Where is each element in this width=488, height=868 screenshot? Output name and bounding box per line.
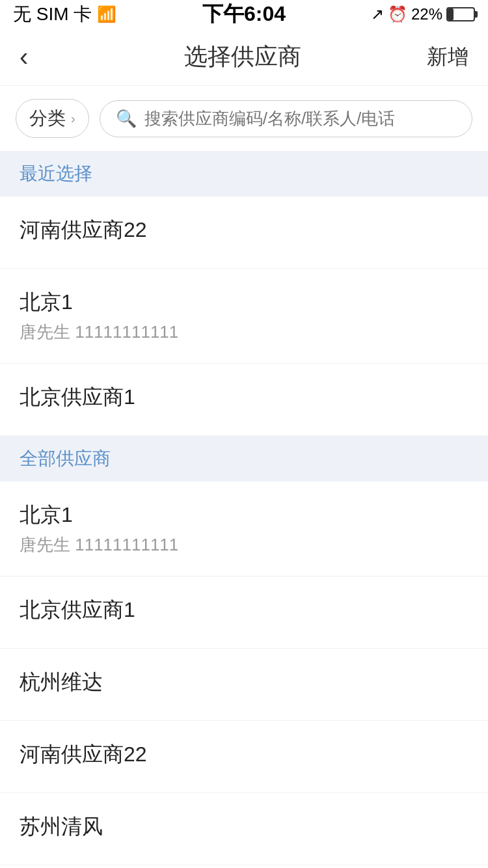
add-button[interactable]: 新增 bbox=[427, 43, 468, 72]
item-detail: 唐先生 11111111111 bbox=[20, 321, 468, 344]
item-name: 河南供应商22 bbox=[20, 216, 468, 245]
section-header-all: 全部供应商 bbox=[0, 436, 488, 481]
search-box[interactable]: 🔍 bbox=[100, 100, 472, 137]
status-bar: 无 SIM 卡 📶 下午6:04 ↗ ⏰ 22% bbox=[0, 0, 488, 29]
list-item[interactable]: 河南供应商22 bbox=[0, 721, 488, 793]
nav-bar: ‹ 选择供应商 新增 bbox=[0, 29, 488, 86]
alarm-icon: ⏰ bbox=[388, 5, 407, 23]
list-item[interactable]: 北京供应商1 bbox=[0, 364, 488, 436]
section-header-recent: 最近选择 bbox=[0, 151, 488, 197]
supplier-list: 最近选择河南供应商22北京1唐先生 11111111111北京供应商1全部供应商… bbox=[0, 151, 488, 865]
list-item[interactable]: 河南供应商22 bbox=[0, 197, 488, 269]
list-item[interactable]: 杭州维达 bbox=[0, 649, 488, 721]
item-name: 苏州清风 bbox=[20, 813, 468, 841]
item-name: 河南供应商22 bbox=[20, 740, 468, 769]
battery-icon bbox=[446, 7, 475, 21]
wifi-icon: 📶 bbox=[97, 5, 116, 23]
item-name: 北京供应商1 bbox=[20, 383, 468, 412]
item-name: 北京供应商1 bbox=[20, 596, 468, 625]
list-item[interactable]: 北京1唐先生 11111111111 bbox=[0, 269, 488, 364]
chevron-right-icon: › bbox=[71, 111, 75, 126]
page-title: 选择供应商 bbox=[184, 41, 301, 73]
sim-label: 无 SIM 卡 bbox=[13, 2, 92, 27]
search-input[interactable] bbox=[144, 109, 456, 129]
filter-bar: 分类 › 🔍 bbox=[0, 86, 488, 151]
list-item[interactable]: 北京1唐先生 11111111111 bbox=[0, 481, 488, 576]
status-right: ↗ ⏰ 22% bbox=[371, 5, 475, 23]
list-item[interactable]: 北京供应商1 bbox=[0, 576, 488, 649]
item-name: 北京1 bbox=[20, 501, 468, 530]
category-button[interactable]: 分类 › bbox=[16, 99, 89, 138]
status-left: 无 SIM 卡 📶 bbox=[13, 2, 116, 27]
item-name: 北京1 bbox=[20, 288, 468, 317]
back-button[interactable]: ‹ bbox=[20, 42, 59, 72]
search-icon: 🔍 bbox=[116, 109, 137, 129]
status-time: 下午6:04 bbox=[202, 0, 286, 29]
item-detail: 唐先生 11111111111 bbox=[20, 534, 468, 556]
item-name: 杭州维达 bbox=[20, 668, 468, 697]
list-item[interactable]: 苏州清风 bbox=[0, 793, 488, 865]
location-icon: ↗ bbox=[371, 5, 384, 23]
category-label: 分类 bbox=[29, 106, 66, 131]
battery-percent: 22% bbox=[411, 5, 442, 23]
